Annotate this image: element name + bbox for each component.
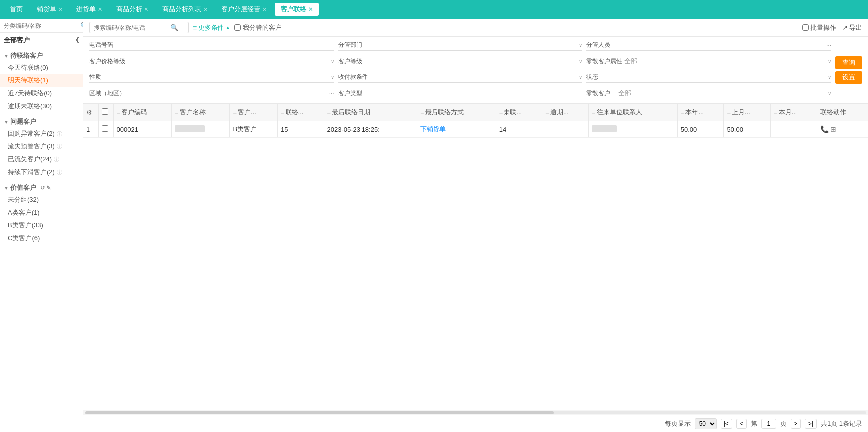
first-page-button[interactable]: |< [721,419,732,429]
th-last-contact-date[interactable]: ≡最后联络日期 [324,104,417,121]
next-page-button[interactable]: > [791,419,801,429]
pending-contact-group: ▼ 待联络客户 [0,49,83,61]
scrollbar-thumb[interactable] [85,411,554,414]
td-actions: 📞 ⊞ [817,121,868,138]
batch-checkbox[interactable] [802,24,809,31]
sidebar-item-abnormal-repurchase[interactable]: 回购异常客户(2) ⓘ [0,127,83,140]
action-more-icon[interactable]: ⊞ [830,125,836,133]
batch-action-button[interactable]: 批量操作 [802,23,836,32]
sidebar-item-churned[interactable]: 已流失客户(24) ⓘ [0,153,83,166]
close-purchase-order-icon[interactable]: ✕ [98,6,102,13]
settings-icon[interactable]: ⚙ [86,109,92,116]
chevron-down-icon: ∨ [331,59,334,64]
horizontal-scrollbar[interactable] [83,410,868,415]
filter-row-2: 客户价格等级 ∨ 客户等级 ∨ [89,57,831,67]
sidebar-item-ungrouped[interactable]: 未分组(32) [0,193,83,206]
th-name[interactable]: ≡客户名称 [171,104,229,121]
more-icon: ··· [826,42,831,49]
page-number-input[interactable] [761,419,776,429]
sidebar-item-declining[interactable]: 持续下滑客户(2) ⓘ [0,166,83,179]
filter-retail-customer: 零散客户 全部 ∨ [586,89,831,99]
export-button[interactable]: ↗ 导出 [842,23,862,32]
th-contact-person[interactable]: ≡往来单位联系人 [588,104,677,121]
sidebar-item-overdue[interactable]: 逾期未联络(30) [0,100,83,113]
th-overdue[interactable]: ≡逾期... [542,104,589,121]
filter-customer-level: 客户等级 ∨ [338,57,583,67]
sidebar-item-a-class[interactable]: A类客户(1) [0,206,83,219]
filter-row-1: 电话号码 分管部门 ∨ 分管人员 [89,41,831,51]
filter-dept: 分管部门 ∨ [338,41,583,51]
filter-price-level: 客户价格等级 ∨ [89,57,334,67]
sidebar-item-today[interactable]: 今天待联络(0) [0,61,83,74]
nav-sales-order[interactable]: 销货单 ✕ [31,3,69,16]
more-filter-toggle[interactable]: ≡ 更多条件 ▲ [193,23,230,32]
sidebar-search-input[interactable] [4,22,78,29]
th-last-contact-method[interactable]: ≡最后联络方式 [417,104,496,121]
value-customers-group: ▼ 价值客户 ↺ ✎ [0,181,83,193]
collapse-icon: 《 [73,36,79,45]
export-icon: ↗ [842,24,848,31]
my-customer-check[interactable] [234,24,241,31]
sidebar-item-tomorrow[interactable]: 明天待联络(1) [0,74,83,87]
info-icon: ⓘ [57,143,62,150]
chevron-down-icon: ∨ [828,74,831,80]
chevron-down-icon: ∨ [828,91,831,96]
search-icon[interactable]: 🔍 [170,24,178,31]
filter-nature: 性质 ∨ [89,73,334,83]
th-unlinking[interactable]: ≡未联... [496,104,542,121]
nav-customer-segment[interactable]: 客户分层经营 ✕ [216,3,273,16]
close-customer-segment-icon[interactable]: ✕ [262,6,267,13]
filter-payment: 收付款条件 ∨ [338,73,583,83]
info-icon: ⓘ [57,130,62,138]
td-checkbox[interactable] [98,121,113,138]
main-layout: 🔍 全部客户 《 ▼ 待联络客户 今天待联络(0) 明天待联络(1) 近7天待联… [0,19,868,432]
td-this-year: 50.00 [677,121,724,138]
td-customer-type: B类客户 [230,121,278,138]
th-settings[interactable]: ⚙ [83,104,98,121]
td-last-contact-method[interactable]: 下销货单 [417,121,496,138]
sidebar-item-c-class[interactable]: C类客户(6) [0,232,83,245]
row-checkbox[interactable] [102,125,108,132]
info-icon: ⓘ [54,156,59,163]
nav-product-analysis-list[interactable]: 商品分析列表 ✕ [156,3,214,16]
settings-button[interactable]: 设置 [835,71,862,84]
td-contact-count: 15 [277,121,324,138]
nav-product-analysis[interactable]: 商品分析 ✕ [110,3,154,16]
th-code[interactable]: ≡客户编码 [113,104,171,121]
th-checkbox[interactable] [98,104,113,121]
select-all-checkbox[interactable] [102,108,108,115]
close-sales-order-icon[interactable]: ✕ [58,6,63,13]
close-customer-contact-icon[interactable]: ✕ [308,6,313,13]
all-customers-header[interactable]: 全部客户 《 [0,33,83,47]
prev-page-button[interactable]: < [736,419,747,429]
sidebar-item-b-class[interactable]: B类客户(33) [0,219,83,232]
last-page-button[interactable]: >| [805,419,817,429]
td-this-month [770,121,817,138]
nav-home[interactable]: 首页 [4,3,29,16]
chevron-down-icon: ∨ [579,74,582,80]
close-product-analysis-icon[interactable]: ✕ [144,6,148,13]
my-customer-checkbox[interactable]: 我分管的客户 [234,23,282,32]
content-area: 🔍 ≡ 更多条件 ▲ 我分管的客户 批量操作 ↗ 导出 [83,19,868,432]
th-this-year[interactable]: ≡本年... [677,104,724,121]
action-phone-icon[interactable]: 📞 [820,125,829,133]
th-actions: 联络动作 [817,104,868,121]
td-contact-person [588,121,677,138]
chevron-down-icon: ∨ [579,59,582,64]
info-icon: ⓘ [57,169,62,176]
sidebar-item-churn-warning[interactable]: 流失预警客户(3) ⓘ [0,140,83,153]
sidebar: 🔍 全部客户 《 ▼ 待联络客户 今天待联络(0) 明天待联络(1) 近7天待联… [0,19,83,432]
customer-table: ⚙ ≡客户编码 ≡客户名称 ≡客户... ≡联络... ≡最后联络日期 ≡最后联… [83,104,868,138]
th-last-month[interactable]: ≡上月... [724,104,771,121]
main-search-input[interactable] [94,24,168,31]
th-contact-count[interactable]: ≡联络... [277,104,324,121]
per-page-select[interactable]: 50 [695,418,717,429]
pagination-footer: 每页显示 50 |< < 第 页 > >| 共1页 1条记录 [83,415,868,432]
sidebar-item-7days[interactable]: 近7天待联络(0) [0,87,83,100]
close-product-analysis-list-icon[interactable]: ✕ [203,6,208,13]
query-button[interactable]: 查询 [835,56,862,69]
nav-customer-contact[interactable]: 客户联络 ✕ [275,3,319,16]
th-this-month[interactable]: ≡本月... [770,104,817,121]
th-customer-type[interactable]: ≡客户... [230,104,278,121]
nav-purchase-order[interactable]: 进货单 ✕ [71,3,108,16]
